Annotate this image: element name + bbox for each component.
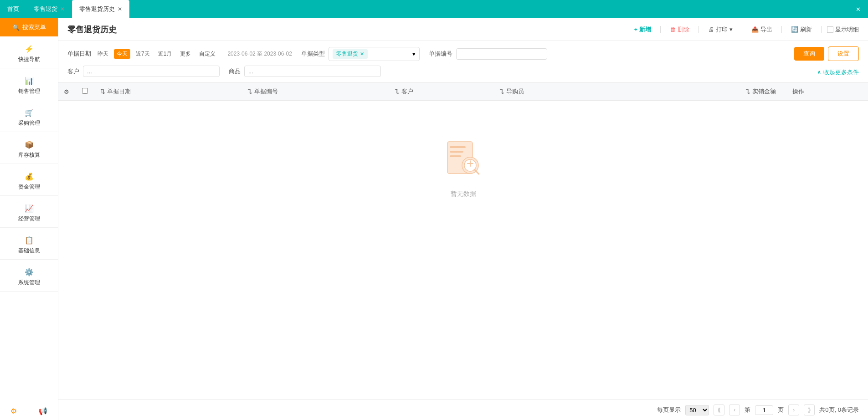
date-btn-yesterday[interactable]: 昨天 bbox=[95, 49, 111, 59]
th-customer[interactable]: ⇅ 客户 bbox=[389, 83, 494, 101]
sidebar-search[interactable]: 🔍 搜索菜单 bbox=[0, 18, 58, 36]
th-order-no[interactable]: ⇅ 单据编号 bbox=[242, 83, 389, 101]
first-page-button[interactable]: ⟪ bbox=[714, 405, 724, 415]
top-bar-close[interactable]: ✕ bbox=[856, 6, 868, 13]
tab-retail-return-close[interactable]: ✕ bbox=[60, 6, 65, 12]
data-table: ⚙ ⇅ 单据日期 ⇅ 单据编号 ⇅ 客户 bbox=[58, 83, 868, 235]
filter-type: 单据类型 零售退货 ✕ ▾ bbox=[301, 47, 420, 61]
settings-bottom-icon[interactable]: ⚙ bbox=[10, 407, 17, 415]
filter-date: 单据日期 昨天 今天 近7天 近1月 更多 自定义 bbox=[67, 49, 218, 59]
prev-page-button[interactable]: ‹ bbox=[729, 405, 740, 415]
tab-retail-return-label: 零售退货 bbox=[34, 5, 57, 13]
th-date[interactable]: ⇅ 单据日期 bbox=[95, 83, 242, 101]
divider-4 bbox=[781, 26, 782, 33]
print-button[interactable]: 🖨 打印 ▾ bbox=[704, 24, 736, 36]
sidebar-item-system[interactable]: ⚙️ 系统管理 bbox=[0, 260, 58, 292]
export-button[interactable]: 📤 导出 bbox=[748, 24, 776, 36]
show-detail-checkbox[interactable] bbox=[827, 26, 833, 33]
system-icon: ⚙️ bbox=[24, 267, 34, 277]
th-amount-label: ⇅ 实销金额 bbox=[745, 88, 776, 95]
sidebar-item-operations-label: 经营管理 bbox=[18, 215, 40, 223]
quicknav-icon: ⚡ bbox=[24, 44, 34, 54]
th-amount[interactable]: ⇅ 实销金额 bbox=[620, 83, 787, 101]
sidebar-item-operations[interactable]: 📈 经营管理 bbox=[0, 196, 58, 228]
type-tag-close[interactable]: ✕ bbox=[360, 51, 364, 57]
date-btn-today[interactable]: 今天 bbox=[114, 49, 130, 59]
sidebar-item-finance-label: 资金管理 bbox=[18, 183, 40, 191]
sidebar-item-inventory-label: 库存核算 bbox=[18, 151, 40, 159]
date-btn-more[interactable]: 更多 bbox=[177, 49, 194, 59]
th-check[interactable] bbox=[77, 83, 95, 101]
goods-input[interactable] bbox=[244, 66, 381, 77]
th-guide[interactable]: ⇅ 导购员 bbox=[494, 83, 620, 101]
order-input[interactable] bbox=[456, 48, 547, 60]
date-filter-label: 单据日期 bbox=[67, 50, 91, 58]
date-btn-custom[interactable]: 自定义 bbox=[196, 49, 218, 59]
sidebar-search-label: 搜索菜单 bbox=[22, 23, 46, 31]
tab-retail-return-history[interactable]: 零售退货历史 ✕ bbox=[72, 0, 129, 18]
collapse-label: 收起更多条件 bbox=[823, 68, 859, 77]
empty-state: 暂无数据 bbox=[58, 101, 868, 235]
sidebar-item-finance[interactable]: 💰 资金管理 bbox=[0, 164, 58, 196]
type-select[interactable]: 零售退货 ✕ ▾ bbox=[329, 47, 420, 61]
th-settings[interactable]: ⚙ bbox=[58, 83, 77, 101]
search-icon: 🔍 bbox=[12, 24, 20, 31]
divider-1 bbox=[660, 26, 661, 33]
date-btn-7days[interactable]: 近7天 bbox=[133, 49, 153, 59]
sidebar-item-basicinfo-label: 基础信息 bbox=[18, 247, 40, 255]
new-button[interactable]: + 新增 bbox=[631, 24, 655, 36]
volume-icon[interactable]: 📢 bbox=[38, 407, 47, 415]
per-page-label: 每页显示 bbox=[657, 406, 681, 414]
setting-button[interactable]: 设置 bbox=[828, 46, 859, 61]
date-range-text: 2023-06-02 至 2023-06-02 bbox=[227, 50, 292, 58]
collapse-icon: ∧ bbox=[817, 69, 822, 76]
page-header: 零售退货历史 + 新增 🗑 删除 🖨 打印 ▾ 📤 导出 bbox=[58, 18, 868, 41]
delete-button[interactable]: 🗑 删除 bbox=[666, 24, 693, 36]
type-dropdown-arrow: ▾ bbox=[412, 51, 416, 57]
collapse-button[interactable]: ∧ 收起更多条件 bbox=[817, 68, 859, 77]
filter-row-2: 客户 商品 ∧ 收起更多条件 bbox=[67, 66, 859, 77]
date-shortcuts: 昨天 今天 近7天 近1月 更多 自定义 bbox=[95, 49, 218, 59]
sidebar-item-sales[interactable]: 📊 销售管理 bbox=[0, 68, 58, 100]
divider-3 bbox=[742, 26, 742, 33]
order-filter-label: 单据编号 bbox=[429, 50, 452, 58]
top-tabs: 首页 零售退货 ✕ 零售退货历史 ✕ bbox=[0, 0, 856, 18]
print-label: 打印 bbox=[716, 26, 728, 34]
last-page-button[interactable]: ⟫ bbox=[804, 405, 815, 415]
select-all-checkbox[interactable] bbox=[82, 88, 88, 94]
date-btn-1month[interactable]: 近1月 bbox=[155, 49, 175, 59]
page-input[interactable] bbox=[755, 405, 773, 415]
refresh-label: 刷新 bbox=[800, 26, 812, 34]
next-page-button[interactable]: › bbox=[788, 405, 799, 415]
tab-home[interactable]: 首页 bbox=[0, 0, 26, 18]
sales-icon: 📊 bbox=[24, 76, 34, 86]
type-tag: 零售退货 ✕ bbox=[333, 49, 368, 59]
show-detail-container: 显示明细 bbox=[827, 26, 859, 34]
column-settings-icon[interactable]: ⚙ bbox=[64, 88, 69, 95]
divider-5 bbox=[821, 26, 822, 33]
tab-retail-return-history-close[interactable]: ✕ bbox=[118, 6, 122, 12]
customer-input[interactable] bbox=[83, 66, 220, 77]
delete-icon: 🗑 bbox=[670, 26, 676, 33]
purchase-icon: 🛒 bbox=[24, 108, 34, 118]
filter-area: 单据日期 昨天 今天 近7天 近1月 更多 自定义 2023-06-02 至 2… bbox=[58, 41, 868, 83]
sidebar-bottom: ⚙ 📢 bbox=[0, 402, 58, 420]
query-button[interactable]: 查询 bbox=[794, 47, 824, 61]
filter-order: 单据编号 bbox=[429, 48, 547, 60]
tab-retail-return[interactable]: 零售退货 ✕ bbox=[26, 0, 72, 18]
refresh-button[interactable]: 🔄 刷新 bbox=[787, 24, 816, 36]
divider-2 bbox=[699, 26, 699, 33]
sidebar-item-purchase[interactable]: 🛒 采购管理 bbox=[0, 100, 58, 132]
th-guide-label: ⇅ 导购员 bbox=[499, 88, 524, 95]
table-body: 暂无数据 bbox=[58, 101, 868, 235]
table-header: ⚙ ⇅ 单据日期 ⇅ 单据编号 ⇅ 客户 bbox=[58, 83, 868, 101]
sidebar-item-quicknav[interactable]: ⚡ 快捷导航 bbox=[0, 36, 58, 68]
sidebar-item-basicinfo[interactable]: 📋 基础信息 bbox=[0, 228, 58, 260]
sidebar-item-inventory[interactable]: 📦 库存核算 bbox=[0, 132, 58, 164]
svg-rect-3 bbox=[450, 155, 461, 157]
filter-goods: 商品 bbox=[229, 66, 381, 77]
goods-filter-label: 商品 bbox=[229, 67, 241, 76]
per-page-select[interactable]: 50 100 200 bbox=[685, 405, 709, 415]
main-layout: 🔍 搜索菜单 ⚡ 快捷导航 📊 销售管理 🛒 采购管理 📦 库存核算 💰 资金管… bbox=[0, 18, 868, 420]
table-container: ⚙ ⇅ 单据日期 ⇅ 单据编号 ⇅ 客户 bbox=[58, 83, 868, 400]
